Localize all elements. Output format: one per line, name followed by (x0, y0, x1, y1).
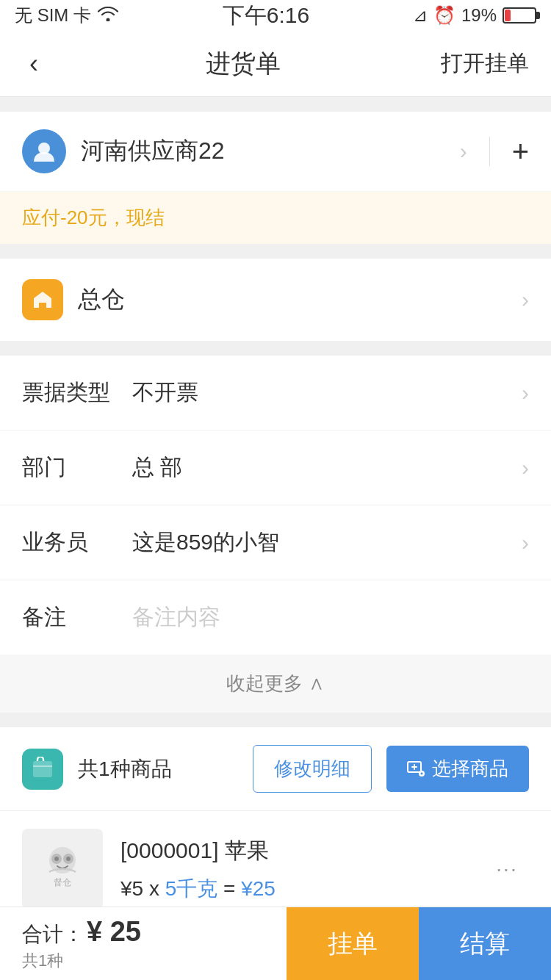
back-button[interactable]: ‹ (22, 41, 46, 87)
bottom-bar: 合计： ¥ 25 共1种 挂单 结算 (0, 907, 551, 980)
supplier-chevron-icon: › (460, 139, 467, 164)
warehouse-icon (22, 279, 63, 320)
product-code: [0000001] (120, 838, 225, 862)
more-options-icon: ··· (496, 857, 517, 881)
product-info: [0000001] 苹果 ¥5 x 5千克 = ¥25 (120, 836, 485, 903)
open-pending-button[interactable]: 打开挂单 (441, 48, 529, 79)
product-more-button[interactable]: ··· (485, 854, 529, 884)
total-amount: ¥ 25 (87, 916, 141, 948)
ticket-type-value: 不开票 (125, 378, 522, 408)
select-product-label: 选择商品 (432, 756, 508, 782)
status-left: 无 SIM 卡 (15, 4, 119, 27)
status-time: 下午6:16 (223, 1, 309, 31)
carrier-text: 无 SIM 卡 (15, 4, 91, 27)
svg-text:督仓: 督仓 (54, 877, 71, 887)
total-count: 共1种 (22, 950, 264, 972)
supplier-name: 河南供应商22 (81, 135, 460, 167)
battery-icon (503, 7, 536, 24)
supplier-actions: › + (460, 135, 529, 168)
product-name: [0000001] 苹果 (120, 836, 485, 866)
ticket-type-row[interactable]: 票据类型 不开票 › (0, 356, 551, 430)
svg-rect-1 (39, 303, 46, 308)
add-supplier-button[interactable]: + (512, 135, 529, 168)
nav-bar: ‹ 进货单 打开挂单 (0, 31, 551, 97)
salesman-row[interactable]: 业务员 这是859的小智 › (0, 505, 551, 580)
department-chevron-icon: › (522, 455, 529, 480)
supplier-section: 河南供应商22 › + 应付-20元，现结 (0, 112, 551, 244)
status-bar: 无 SIM 卡 下午6:16 ⊿ ⏰ 19% (0, 0, 551, 31)
warehouse-section: 总仓 › (0, 259, 551, 341)
checkout-button[interactable]: 结算 (419, 907, 551, 981)
product-header: 共1种商品 修改明细 选择商品 (0, 727, 551, 810)
supplier-info-banner: 应付-20元，现结 (0, 192, 551, 244)
remark-row[interactable]: 备注 备注内容 (0, 580, 551, 655)
gap-4 (0, 713, 551, 727)
quantity: 5千克 (165, 877, 218, 900)
salesman-chevron-icon: › (522, 530, 529, 555)
supplier-avatar (22, 129, 66, 173)
product-thumbnail: 督仓 (22, 829, 103, 909)
department-label: 部门 (22, 453, 125, 483)
warehouse-row[interactable]: 总仓 › (0, 259, 551, 341)
department-row[interactable]: 部门 总 部 › (0, 430, 551, 505)
svg-rect-2 (33, 761, 52, 777)
status-right: ⊿ ⏰ 19% (413, 5, 536, 26)
product-price: ¥5 x 5千克 = ¥25 (120, 875, 485, 903)
total-section: 合计： ¥ 25 共1种 (0, 916, 287, 972)
select-product-button[interactable]: 选择商品 (386, 746, 529, 792)
warehouse-chevron-icon: › (522, 287, 529, 312)
subtotal: ¥25 (241, 877, 276, 900)
warehouse-name: 总仓 (78, 284, 522, 316)
remark-input[interactable]: 备注内容 (125, 602, 529, 633)
gap-1 (0, 97, 551, 112)
location-icon: ⊿ (413, 5, 428, 26)
edit-detail-button[interactable]: 修改明细 (253, 745, 372, 793)
total-label: 合计： (22, 920, 84, 948)
collapse-toggle-button[interactable]: 收起更多 ∧ (0, 655, 551, 713)
alarm-icon: ⏰ (433, 5, 455, 26)
ticket-type-label: 票据类型 (22, 378, 125, 408)
divider (489, 137, 490, 166)
collapse-toggle-text: 收起更多 ∧ (226, 671, 324, 696)
svg-point-9 (66, 857, 71, 861)
equals-sign: = (223, 877, 241, 900)
svg-point-8 (54, 857, 59, 861)
page-title: 进货单 (206, 47, 281, 81)
product-placeholder-icon: 督仓 (37, 840, 88, 898)
gap-3 (0, 341, 551, 356)
product-count-icon (22, 749, 63, 790)
battery-percent: 19% (461, 5, 497, 26)
remark-label: 备注 (22, 602, 125, 633)
supplier-row[interactable]: 河南供应商22 › + (0, 112, 551, 192)
unit-price: ¥5 x (120, 877, 165, 900)
hold-order-button[interactable]: 挂单 (287, 907, 419, 981)
department-value: 总 部 (125, 453, 522, 483)
form-section: 票据类型 不开票 › 部门 总 部 › 业务员 这是859的小智 › 备注 备注… (0, 356, 551, 655)
gap-2 (0, 244, 551, 259)
product-title: 苹果 (225, 838, 269, 862)
wifi-icon (97, 5, 119, 26)
salesman-value: 这是859的小智 (125, 527, 522, 558)
ticket-type-chevron-icon: › (522, 381, 529, 406)
product-count-text: 共1种商品 (78, 755, 238, 783)
salesman-label: 业务员 (22, 527, 125, 558)
